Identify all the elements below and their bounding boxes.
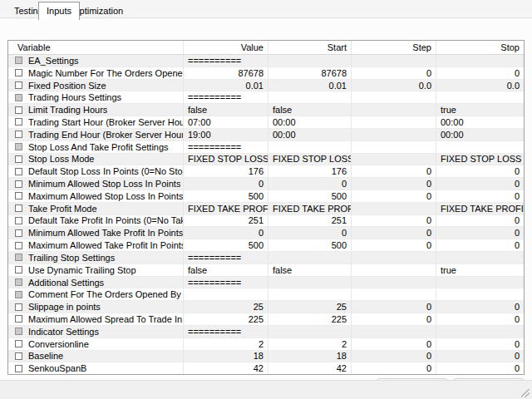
cell-start[interactable] bbox=[268, 277, 352, 288]
optimize-checkbox[interactable] bbox=[15, 192, 22, 200]
cell-stop[interactable] bbox=[436, 326, 524, 337]
table-row[interactable]: Limit Trading Hoursfalsefalsetrue bbox=[8, 104, 524, 116]
optimize-checkbox[interactable] bbox=[15, 266, 22, 273]
cell-step[interactable] bbox=[352, 116, 436, 128]
cell-step[interactable] bbox=[352, 91, 436, 103]
section-checkbox[interactable] bbox=[15, 57, 22, 64]
table-row[interactable]: EA_Settings========== bbox=[8, 55, 524, 67]
cell-start[interactable]: 251 bbox=[268, 215, 352, 227]
cell-start[interactable]: 0.01 bbox=[268, 80, 352, 91]
cell-stop[interactable]: 0 bbox=[436, 338, 524, 350]
cell-stop[interactable]: true bbox=[436, 264, 524, 276]
section-checkbox[interactable] bbox=[15, 254, 22, 261]
cell-value[interactable]: ========== bbox=[184, 91, 268, 103]
cell-step[interactable]: 0 bbox=[352, 338, 436, 350]
cell-start[interactable]: 87678 bbox=[268, 67, 352, 79]
cell-step[interactable]: 0 bbox=[352, 313, 436, 325]
cell-value[interactable]: 07:00 bbox=[184, 116, 268, 128]
cell-stop[interactable]: 00:00 bbox=[436, 116, 524, 128]
column-header-stop[interactable]: Stop bbox=[436, 41, 524, 54]
optimize-checkbox[interactable] bbox=[15, 229, 22, 237]
optimize-checkbox[interactable] bbox=[15, 180, 22, 188]
cell-stop[interactable]: 00:00 bbox=[436, 129, 524, 140]
cell-stop[interactable]: FIXED STOP LOSS bbox=[436, 154, 524, 165]
table-row[interactable]: Trading End Hour (Broker Server Hour)19:… bbox=[8, 129, 524, 141]
cell-value[interactable]: FIXED STOP LOSS bbox=[184, 154, 268, 165]
table-row[interactable]: SenkouSpanB424200 bbox=[8, 362, 524, 374]
cell-step[interactable]: 0 bbox=[352, 178, 436, 190]
cell-start[interactable]: 500 bbox=[268, 190, 352, 202]
cell-stop[interactable] bbox=[436, 288, 524, 300]
cell-step[interactable]: 0 bbox=[352, 67, 436, 79]
cell-step[interactable]: 0 bbox=[352, 227, 436, 239]
cell-step[interactable] bbox=[352, 252, 436, 264]
column-header-variable[interactable]: Variable bbox=[8, 41, 184, 54]
optimize-checkbox[interactable] bbox=[15, 69, 22, 76]
cell-start[interactable]: 00:00 bbox=[268, 129, 352, 140]
table-row[interactable]: Trading Start Hour (Broker Server Hour)0… bbox=[8, 116, 524, 129]
cell-step[interactable] bbox=[352, 141, 436, 153]
cell-stop[interactable]: 0 bbox=[436, 190, 524, 202]
cell-value[interactable]: FIXED TAKE PROFIT bbox=[184, 203, 268, 214]
table-row[interactable]: Slippage in points252500 bbox=[8, 301, 524, 313]
cell-start[interactable]: 500 bbox=[268, 239, 352, 251]
cell-step[interactable] bbox=[352, 203, 436, 214]
section-checkbox[interactable] bbox=[15, 94, 22, 101]
cell-value[interactable]: 0 bbox=[184, 227, 268, 239]
cell-stop[interactable] bbox=[436, 91, 524, 103]
cell-step[interactable] bbox=[352, 277, 436, 288]
optimize-checkbox[interactable] bbox=[15, 81, 22, 89]
optimize-checkbox[interactable] bbox=[15, 303, 22, 311]
cell-stop[interactable]: 0.0 bbox=[436, 80, 524, 91]
cell-stop[interactable]: 0 bbox=[436, 165, 524, 177]
cell-start[interactable]: 25 bbox=[268, 301, 352, 313]
cell-start[interactable]: 18 bbox=[268, 351, 352, 362]
cell-value[interactable]: ========== bbox=[184, 277, 268, 288]
cell-start[interactable]: FIXED TAKE PROFIT bbox=[268, 203, 352, 214]
cell-stop[interactable] bbox=[436, 141, 524, 153]
column-header-value[interactable]: Value bbox=[184, 41, 268, 54]
cell-value[interactable]: 18 bbox=[184, 351, 268, 362]
cell-step[interactable] bbox=[352, 55, 436, 66]
cell-value[interactable]: 500 bbox=[184, 190, 268, 202]
cell-stop[interactable] bbox=[436, 55, 524, 66]
optimize-checkbox[interactable] bbox=[15, 352, 22, 360]
optimize-checkbox[interactable] bbox=[15, 168, 22, 175]
cell-step[interactable] bbox=[352, 129, 436, 140]
cell-step[interactable] bbox=[352, 104, 436, 116]
section-checkbox[interactable] bbox=[15, 328, 22, 335]
cell-stop[interactable] bbox=[436, 277, 524, 288]
cell-start[interactable]: false bbox=[268, 264, 352, 276]
cell-start[interactable]: FIXED STOP LOSS bbox=[268, 154, 352, 165]
cell-stop[interactable]: 0 bbox=[436, 362, 524, 374]
cell-value[interactable]: 87678 bbox=[184, 67, 268, 79]
cell-stop[interactable]: 0 bbox=[436, 313, 524, 325]
cell-value[interactable]: ========== bbox=[184, 55, 268, 66]
table-row[interactable]: Fixed Position Size0.010.010.00.0 bbox=[8, 80, 524, 92]
cell-value[interactable]: false bbox=[184, 104, 268, 116]
resize-grip[interactable] bbox=[521, 389, 530, 397]
table-row[interactable]: Additional Settings========== bbox=[8, 277, 524, 289]
cell-value[interactable]: 0 bbox=[184, 178, 268, 190]
optimize-checkbox[interactable] bbox=[15, 106, 22, 114]
table-row[interactable]: Magic Number For The Orders Opened By T.… bbox=[8, 67, 524, 80]
cell-stop[interactable]: true bbox=[436, 104, 524, 116]
table-row[interactable]: Trailing Stop Settings========== bbox=[8, 252, 524, 264]
cell-step[interactable]: 0 bbox=[352, 239, 436, 251]
table-row[interactable]: Default Take Profit In Points (0=No Take… bbox=[8, 215, 524, 228]
cell-stop[interactable]: 0 bbox=[436, 351, 524, 362]
section-checkbox[interactable] bbox=[15, 143, 22, 150]
table-row[interactable]: Maximum Allowed Stop Loss In Points50050… bbox=[8, 190, 524, 203]
cell-stop[interactable]: 0 bbox=[436, 301, 524, 313]
table-row[interactable]: Stop Loss And Take Profit Settings======… bbox=[8, 141, 524, 154]
optimize-checkbox[interactable] bbox=[15, 131, 22, 138]
cell-value[interactable]: ========== bbox=[184, 326, 268, 337]
cell-start[interactable]: false bbox=[268, 104, 352, 116]
optimize-checkbox[interactable] bbox=[15, 340, 22, 347]
table-row[interactable]: Minimum Allowed Stop Loss In Points0000 bbox=[8, 178, 524, 190]
cell-stop[interactable]: 0 bbox=[436, 239, 524, 251]
section-checkbox[interactable] bbox=[15, 278, 22, 286]
cell-start[interactable]: 0 bbox=[268, 178, 352, 190]
cell-start[interactable] bbox=[268, 55, 352, 66]
table-row[interactable]: Take Profit ModeFIXED TAKE PROFITFIXED T… bbox=[8, 203, 524, 215]
